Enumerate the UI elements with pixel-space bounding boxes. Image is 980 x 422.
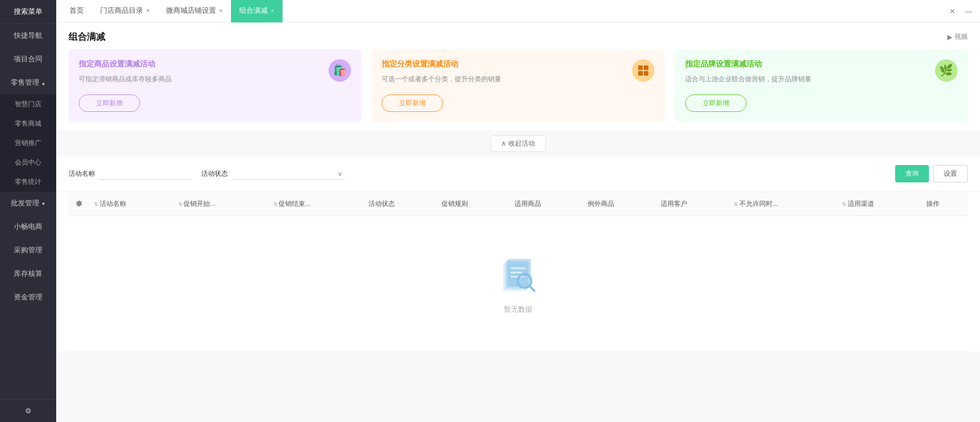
th-start-date[interactable]: 促销开始...	[173, 193, 268, 216]
play-circle-icon: ▶	[947, 33, 952, 41]
product-card-title: 指定商品设置满减活动	[79, 59, 351, 69]
tab-store-catalog-label: 门店商品目录	[100, 6, 143, 15]
brand-card-desc: 适合与上游企业联合做营销，提升品牌销量	[685, 74, 958, 84]
tab-combo-discount[interactable]: 组合满减 ×	[231, 0, 283, 22]
tab-store-catalog-close[interactable]: ×	[146, 7, 150, 14]
collapse-up-icon: ∧	[501, 139, 506, 147]
video-label: 视频	[954, 32, 968, 41]
sidebar-item-project-contract[interactable]: 项目合同	[0, 48, 56, 71]
th-activity-name[interactable]: 活动名称	[89, 193, 173, 216]
brand-card-add-btn[interactable]: 立即新增	[685, 95, 746, 112]
product-card-desc: 可指定滞销商品或库存较多商品	[79, 74, 351, 84]
th-customers: 适用客户	[656, 193, 729, 216]
svg-line-11	[530, 286, 534, 291]
svg-rect-7	[510, 267, 525, 269]
th-status: 活动状态	[363, 193, 436, 216]
th-end-date[interactable]: 促销结束...	[268, 193, 363, 216]
tab-wechat-settings[interactable]: 微商城店铺设置 ×	[158, 0, 231, 22]
sidebar-item-finance[interactable]: 资金管理	[0, 286, 56, 309]
sidebar-sub-item-smart-store[interactable]: 智慧门店	[0, 95, 56, 114]
sidebar-sub-item-member-center[interactable]: 会员中心	[0, 153, 56, 172]
sidebar: 搜索菜单 快捷导航 项目合同 零售管理 智慧门店 零售商城 营销推广 会员中心 …	[0, 0, 56, 422]
filter-section: 活动名称 活动状态 进行中 已结束 未开始 查询 设置	[56, 157, 980, 191]
empty-state: 暂无数据	[74, 222, 963, 345]
th-channel[interactable]: 适用渠道	[837, 193, 921, 216]
collapse-activities-btn[interactable]: ∧ 收起活动	[491, 135, 546, 152]
page-content: 组合满减 ▶ 视频 🛍️ 指定商品设置满减活动 可指定滞销商品或库存较多商品 立…	[56, 22, 980, 422]
sidebar-item-purchase[interactable]: 采购管理	[0, 239, 56, 262]
data-table: 活动名称 促销开始... 促销结束... 活动状态 促销规则 适用商品 例外商品…	[68, 193, 968, 351]
tab-wechat-settings-label: 微商城店铺设置	[166, 6, 216, 15]
sidebar-item-xiaochangec[interactable]: 小畅电商	[0, 215, 56, 239]
page-header: 组合满减 ▶ 视频	[56, 22, 980, 49]
th-action: 操作	[921, 193, 968, 216]
svg-rect-0	[638, 65, 643, 70]
empty-illustration	[493, 253, 544, 299]
category-card-add-btn[interactable]: 立即新增	[382, 95, 443, 112]
svg-rect-3	[644, 71, 648, 76]
sidebar-item-wholesale[interactable]: 批发管理	[0, 192, 56, 215]
category-card-desc: 可选一个或者多个分类，提升分类的销量	[382, 74, 654, 84]
settings-button[interactable]: 设置	[933, 165, 968, 182]
svg-rect-2	[638, 71, 643, 76]
collapse-bar: ∧ 收起活动	[56, 130, 980, 157]
cards-section: 🛍️ 指定商品设置满减活动 可指定滞销商品或库存较多商品 立即新增	[56, 49, 980, 130]
activity-status-label: 活动状态	[201, 169, 228, 178]
brand-card: 🌿 指定品牌设置满减活动 适合与上游企业联合做营销，提升品牌销量 立即新增	[675, 49, 968, 122]
th-except: 例外商品	[582, 193, 656, 216]
sidebar-sub-item-retail-stats[interactable]: 零售统计	[0, 172, 56, 192]
th-products: 适用商品	[509, 193, 582, 216]
filter-actions: 查询 设置	[895, 165, 968, 182]
th-rule: 促销规则	[436, 193, 509, 216]
cards-row: 🛍️ 指定商品设置满减活动 可指定滞销商品或库存较多商品 立即新增	[68, 49, 968, 122]
tab-wechat-settings-close[interactable]: ×	[219, 7, 223, 14]
svg-rect-1	[644, 65, 648, 70]
category-card-title: 指定分类设置满减活动	[382, 59, 654, 69]
brand-card-icon: 🌿	[935, 59, 958, 82]
table-gear-icon[interactable]	[74, 199, 83, 208]
page-title: 组合满减	[68, 31, 105, 43]
query-button[interactable]: 查询	[895, 165, 929, 182]
product-card: 🛍️ 指定商品设置满减活动 可指定滞销商品或库存较多商品 立即新增	[68, 49, 361, 122]
activity-name-label: 活动名称	[68, 169, 95, 178]
th-no-concurrent[interactable]: 不允许同时...	[729, 193, 837, 216]
brand-card-title: 指定品牌设置满减活动	[685, 59, 958, 69]
tab-home[interactable]: 首页	[61, 0, 92, 22]
product-card-add-btn[interactable]: 立即新增	[79, 95, 140, 112]
filter-activity-name: 活动名称	[68, 168, 191, 180]
empty-text: 暂无数据	[504, 305, 532, 314]
svg-rect-8	[510, 271, 522, 273]
product-card-icon: 🛍️	[329, 59, 351, 82]
activity-name-input[interactable]	[99, 168, 191, 180]
tab-home-label: 首页	[69, 6, 84, 15]
table-section: 活动名称 促销开始... 促销结束... 活动状态 促销规则 适用商品 例外商品…	[56, 193, 980, 351]
sidebar-search[interactable]: 搜索菜单	[0, 0, 56, 24]
collapse-btn-label: 收起活动	[508, 139, 535, 148]
sidebar-item-quick-nav[interactable]: 快捷导航	[0, 24, 56, 48]
sidebar-sub-item-retail-mall[interactable]: 零售商城	[0, 114, 56, 133]
tab-store-catalog[interactable]: 门店商品目录 ×	[92, 0, 158, 22]
category-card: 指定分类设置满减活动 可选一个或者多个分类，提升分类的销量 立即新增	[371, 49, 664, 122]
activity-status-select[interactable]: 进行中 已结束 未开始	[232, 168, 344, 180]
sidebar-item-retail-management[interactable]: 零售管理	[0, 71, 56, 95]
window-minimize-btn[interactable]: —	[963, 5, 975, 17]
filter-activity-status: 活动状态 进行中 已结束 未开始	[201, 168, 344, 180]
category-card-icon	[632, 59, 655, 82]
video-link[interactable]: ▶ 视频	[947, 32, 968, 41]
sidebar-settings[interactable]: ⚙	[0, 399, 56, 422]
th-gear[interactable]	[68, 193, 89, 216]
tab-bar-actions: ✕ —	[946, 5, 975, 17]
tab-combo-discount-label: 组合满减	[239, 6, 268, 15]
tab-bar: 首页 门店商品目录 × 微商城店铺设置 × 组合满减 × ✕ —	[56, 0, 980, 22]
activity-status-select-wrapper: 进行中 已结束 未开始	[232, 168, 344, 180]
sidebar-item-inventory[interactable]: 库存核算	[0, 262, 56, 286]
main-area: 首页 门店商品目录 × 微商城店铺设置 × 组合满减 × ✕ — 组合满减 ▶ …	[56, 0, 980, 422]
gear-icon: ⚙	[25, 407, 32, 415]
tab-combo-discount-close[interactable]: ×	[271, 7, 274, 14]
window-close-btn[interactable]: ✕	[946, 5, 959, 17]
sidebar-sub-item-marketing[interactable]: 营销推广	[0, 133, 56, 153]
